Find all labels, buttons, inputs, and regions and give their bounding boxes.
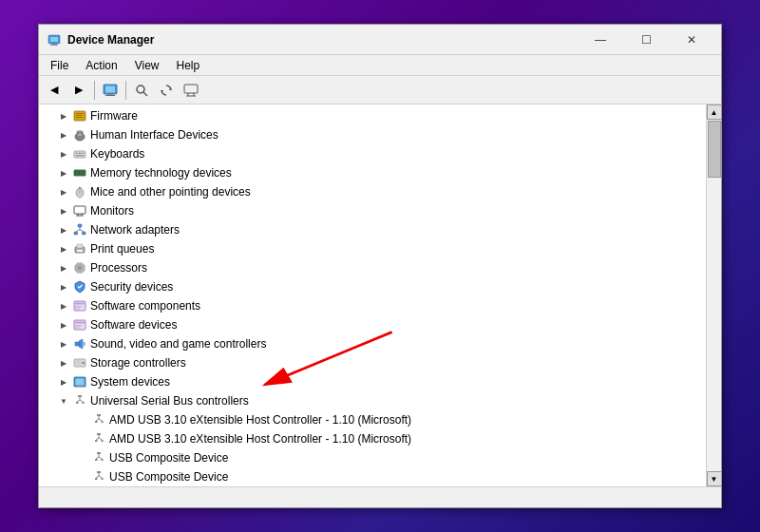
title-bar: Device Manager — ☐ ✕ xyxy=(39,25,721,55)
amd-usb-1-icon xyxy=(91,412,106,428)
usb-composite-1-icon xyxy=(91,450,106,466)
tree-item-software-components[interactable]: ▶ Software components xyxy=(39,296,706,315)
maximize-button[interactable]: ☐ xyxy=(624,27,668,53)
svg-rect-86 xyxy=(76,402,79,404)
svg-line-102 xyxy=(96,457,99,459)
device-manager-window: Device Manager — ☐ ✕ File Action View He… xyxy=(38,24,722,508)
menu-view[interactable]: View xyxy=(127,57,167,74)
svg-rect-31 xyxy=(81,171,82,175)
expand-arrow: ▶ xyxy=(58,167,69,179)
tree-item-usb-composite-2[interactable]: ▶ USB Composite Device xyxy=(39,467,706,486)
svg-rect-1 xyxy=(50,37,58,42)
svg-point-20 xyxy=(78,132,80,134)
svg-point-35 xyxy=(79,187,82,190)
svg-rect-82 xyxy=(78,395,82,397)
svg-rect-100 xyxy=(97,452,101,454)
toolbar-display[interactable] xyxy=(180,79,202,102)
svg-rect-2 xyxy=(51,44,57,46)
tree-item-mice[interactable]: ▶ Mice and other pointing devices xyxy=(39,182,706,201)
window-title: Device Manager xyxy=(67,33,579,47)
tree-item-system[interactable]: ▶ System devices xyxy=(39,372,706,391)
system-icon xyxy=(72,374,87,390)
svg-rect-47 xyxy=(77,244,83,248)
svg-line-45 xyxy=(80,230,84,233)
menu-help[interactable]: Help xyxy=(169,57,208,74)
tree-item-security[interactable]: ▶ Security devices xyxy=(39,277,706,296)
toolbar-refresh[interactable] xyxy=(155,79,178,102)
minimize-button[interactable]: — xyxy=(579,27,622,53)
tree-item-processors[interactable]: ▶ Processors xyxy=(39,258,706,277)
security-label: Security devices xyxy=(90,280,173,294)
window-controls: — ☐ ✕ xyxy=(579,27,713,53)
tree-item-amd-usb-2[interactable]: ▶ AMD USB 3.10 eXtensible Host Controlle… xyxy=(39,429,706,448)
tree-item-amd-usb-1[interactable]: ▶ AMD USB 3.10 eXtensible Host Controlle… xyxy=(39,410,706,429)
mice-icon xyxy=(72,184,87,200)
svg-point-111 xyxy=(101,478,103,480)
scroll-up[interactable]: ▲ xyxy=(707,104,722,120)
close-button[interactable]: ✕ xyxy=(670,27,713,53)
svg-point-105 xyxy=(101,459,103,461)
svg-rect-15 xyxy=(76,113,84,114)
scroll-thumb[interactable] xyxy=(708,121,721,178)
tree-item-keyboards[interactable]: ▶ Keyboards xyxy=(39,144,706,163)
tree-container: ▶ Firmware ▶ Human Interface Devices xyxy=(39,104,706,486)
software-devices-label: Software devices xyxy=(90,318,177,332)
svg-rect-80 xyxy=(76,379,85,386)
monitors-icon xyxy=(72,203,87,218)
menu-file[interactable]: File xyxy=(43,57,76,74)
toolbar-search[interactable] xyxy=(130,79,153,102)
tree-item-sound[interactable]: ▶ Sound, video and game controllers xyxy=(39,334,706,353)
storage-label: Storage controllers xyxy=(90,356,186,370)
svg-rect-16 xyxy=(76,115,82,116)
svg-marker-72 xyxy=(79,339,83,349)
usb-composite-2-icon xyxy=(91,469,106,484)
svg-point-21 xyxy=(81,132,83,134)
tree-item-usb[interactable]: ▼ Universal Serial Bus controllers xyxy=(39,391,706,410)
svg-rect-104 xyxy=(95,459,98,461)
expand-arrow: ▶ xyxy=(58,262,69,274)
svg-line-85 xyxy=(80,400,83,402)
expand-arrow: ▶ xyxy=(58,129,69,141)
expand-arrow: ▶ xyxy=(58,319,69,331)
processors-icon xyxy=(72,260,87,276)
hid-icon xyxy=(72,127,87,142)
svg-point-99 xyxy=(101,440,103,442)
tree-item-usb-composite-1[interactable]: ▶ USB Composite Device xyxy=(39,448,706,467)
software-devices-icon xyxy=(72,317,87,332)
tree-item-storage[interactable]: ▶ Storage controllers xyxy=(39,353,706,372)
tree-item-hid[interactable]: ▶ Human Interface Devices xyxy=(39,125,706,144)
expand-arrow: ▶ xyxy=(58,110,69,122)
toolbar-computer[interactable] xyxy=(99,79,122,102)
tree-item-firmware[interactable]: ▶ Firmware xyxy=(39,106,706,125)
tree-item-memory[interactable]: ▶ Memory technology devices xyxy=(39,163,706,182)
svg-rect-7 xyxy=(105,95,115,96)
tree-panel[interactable]: ▶ Firmware ▶ Human Interface Devices xyxy=(39,104,706,486)
svg-line-90 xyxy=(96,419,99,421)
software-components-icon xyxy=(72,298,87,314)
toolbar-back[interactable]: ◀ xyxy=(43,79,66,102)
tree-item-software-devices[interactable]: ▶ Software devices xyxy=(39,315,706,334)
svg-rect-106 xyxy=(97,471,101,473)
expand-arrow: ▶ xyxy=(58,376,69,388)
menu-bar: File Action View Help xyxy=(39,55,721,76)
svg-rect-17 xyxy=(76,117,83,118)
menu-action[interactable]: Action xyxy=(78,57,124,74)
expand-arrow: ▶ xyxy=(58,186,69,198)
svg-rect-26 xyxy=(76,155,85,157)
svg-point-75 xyxy=(83,363,84,364)
svg-rect-28 xyxy=(75,171,76,175)
toolbar-forward[interactable]: ▶ xyxy=(67,79,90,102)
svg-rect-65 xyxy=(75,306,82,308)
toolbar: ◀ ▶ xyxy=(39,76,721,104)
network-label: Network adapters xyxy=(90,223,180,237)
svg-rect-64 xyxy=(75,303,85,305)
tree-item-monitors[interactable]: ▶ Monitors xyxy=(39,201,706,220)
status-bar xyxy=(39,486,721,507)
vertical-scrollbar[interactable]: ▲ ▼ xyxy=(706,104,721,486)
svg-rect-24 xyxy=(79,153,82,155)
tree-item-print[interactable]: ▶ Print queues xyxy=(39,239,706,258)
scroll-down[interactable]: ▼ xyxy=(707,471,722,486)
amd-usb-2-label: AMD USB 3.10 eXtensible Host Controller … xyxy=(109,432,411,446)
tree-item-network[interactable]: ▶ Network adapters xyxy=(39,220,706,239)
scroll-track[interactable] xyxy=(707,120,721,471)
